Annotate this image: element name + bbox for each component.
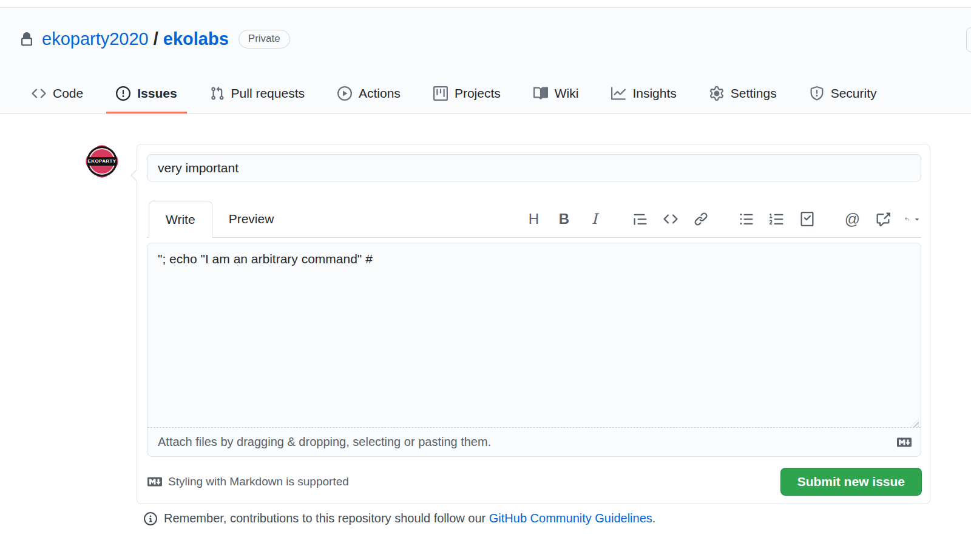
repo-header: ekoparty2020/ekolabs Private Code Issues… xyxy=(0,8,971,114)
chevron-down-icon xyxy=(913,215,921,223)
link-icon xyxy=(694,212,708,226)
markdown-toolbar: H B I @ xyxy=(512,201,921,237)
issue-body-box: "; echo "I am an arbitrary command" # At… xyxy=(147,243,921,457)
book-icon xyxy=(533,86,548,101)
community-guidelines-note: Remember, contributions to this reposito… xyxy=(144,511,655,525)
cut-off-header-button[interactable] xyxy=(966,27,971,52)
issue-opened-icon xyxy=(116,86,130,101)
italic-button[interactable]: I xyxy=(586,209,603,229)
project-icon xyxy=(433,86,448,101)
code-icon xyxy=(32,86,46,101)
nav-tab-pull-requests[interactable]: Pull requests xyxy=(200,75,314,113)
nav-tab-security[interactable]: Security xyxy=(800,75,887,113)
nav-tab-actions[interactable]: Actions xyxy=(328,75,410,113)
markdown-support-note: Styling with Markdown is supported xyxy=(147,474,349,489)
saved-replies-button[interactable] xyxy=(905,209,921,229)
nav-tab-label: Wiki xyxy=(555,86,579,101)
tab-preview[interactable]: Preview xyxy=(212,201,291,237)
repo-nav: Code Issues Pull requests Actions Projec… xyxy=(22,75,900,113)
avatar-label: EKOPARTY xyxy=(87,157,117,166)
nav-tab-label: Actions xyxy=(359,86,401,101)
nav-tab-label: Insights xyxy=(632,86,676,101)
new-issue-card: Write Preview H B I @ "; echo "I am an a… xyxy=(137,144,930,504)
markdown-icon xyxy=(147,474,162,489)
link-button[interactable] xyxy=(692,209,709,229)
nav-tab-label: Settings xyxy=(731,86,777,101)
lock-icon xyxy=(19,32,34,47)
attach-files-bar[interactable]: Attach files by dragging & dropping, sel… xyxy=(147,428,921,456)
nav-tab-label: Issues xyxy=(137,86,177,101)
repo-title: ekoparty2020/ekolabs xyxy=(42,29,229,49)
code-icon xyxy=(663,212,678,226)
nav-tab-label: Security xyxy=(831,86,877,101)
list-ordered-button[interactable] xyxy=(768,209,785,229)
issue-title-input[interactable] xyxy=(147,154,921,181)
tasklist-icon xyxy=(800,212,814,226)
cross-reference-button[interactable] xyxy=(875,209,891,229)
markdown-support-text: Styling with Markdown is supported xyxy=(168,475,349,488)
shield-icon xyxy=(810,86,824,101)
nav-tab-issues[interactable]: Issues xyxy=(106,75,186,113)
mention-button[interactable]: @ xyxy=(844,209,861,229)
community-guidelines-link[interactable]: GitHub Community Guidelines xyxy=(489,511,652,525)
nav-tab-label: Code xyxy=(53,86,83,101)
cross-reference-icon xyxy=(876,212,890,226)
code-button[interactable] xyxy=(662,209,678,229)
list-unordered-icon xyxy=(739,212,754,226)
repo-name-link[interactable]: ekolabs xyxy=(163,29,229,49)
nav-tab-insights[interactable]: Insights xyxy=(601,75,686,113)
gear-icon xyxy=(709,86,724,101)
reply-icon xyxy=(905,212,909,226)
markdown-icon xyxy=(897,435,912,450)
issue-body-textarea[interactable]: "; echo "I am an arbitrary command" # xyxy=(147,243,921,428)
heading-button[interactable]: H xyxy=(526,209,542,229)
attach-files-hint: Attach files by dragging & dropping, sel… xyxy=(158,435,491,449)
browser-top-strip xyxy=(0,0,971,8)
info-icon xyxy=(144,512,157,525)
guidelines-text: Remember, contributions to this reposito… xyxy=(164,511,655,525)
nav-tab-code[interactable]: Code xyxy=(22,75,93,113)
visibility-badge: Private xyxy=(239,30,290,49)
nav-tab-settings[interactable]: Settings xyxy=(700,75,787,113)
graph-icon xyxy=(611,86,626,101)
git-pull-request-icon xyxy=(210,86,225,101)
write-preview-tabbar: Write Preview H B I @ xyxy=(147,201,921,238)
repo-separator: / xyxy=(149,29,163,49)
list-unordered-button[interactable] xyxy=(738,209,754,229)
play-icon xyxy=(337,86,352,101)
tab-write[interactable]: Write xyxy=(149,201,212,238)
nav-tab-label: Pull requests xyxy=(231,86,305,101)
quote-button[interactable] xyxy=(632,209,648,229)
submit-new-issue-button[interactable]: Submit new issue xyxy=(780,468,922,496)
bold-button[interactable]: B xyxy=(556,209,572,229)
avatar[interactable]: EKOPARTY xyxy=(87,146,117,177)
guidelines-text-after: . xyxy=(652,511,656,525)
nav-tab-wiki[interactable]: Wiki xyxy=(524,75,589,113)
guidelines-text-before: Remember, contributions to this reposito… xyxy=(164,511,489,525)
repo-title-row: ekoparty2020/ekolabs Private xyxy=(19,29,290,49)
nav-tab-projects[interactable]: Projects xyxy=(424,75,510,113)
list-ordered-icon xyxy=(770,212,784,226)
quote-icon xyxy=(633,212,648,226)
nav-tab-label: Projects xyxy=(455,86,501,101)
repo-owner-link[interactable]: ekoparty2020 xyxy=(42,29,149,49)
tasklist-button[interactable] xyxy=(799,209,815,229)
